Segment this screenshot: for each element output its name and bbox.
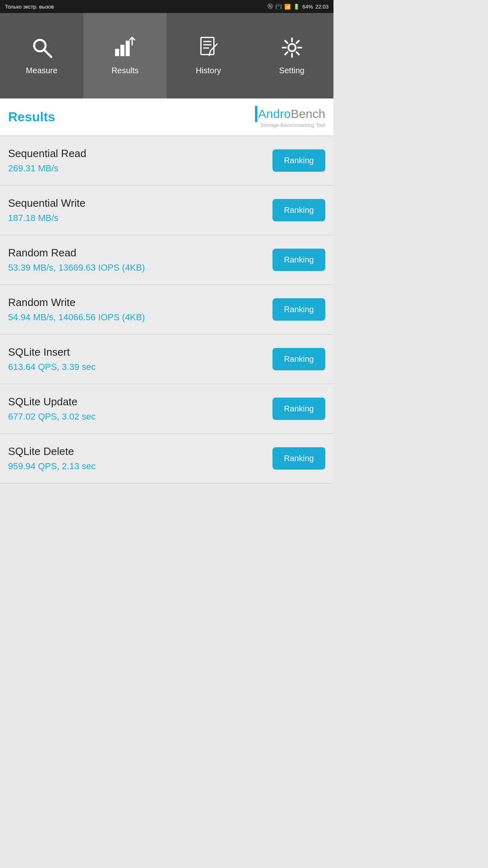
benchmark-value-sqlite-update: 677.02 QPS, 3.02 sec — [8, 411, 272, 422]
brand-name: AndroBench — [258, 107, 325, 121]
ranking-button-sqlite-delete[interactable]: Ranking — [272, 447, 325, 470]
history-label: History — [196, 66, 221, 75]
benchmark-info-rand-write: Random Write 54.94 MB/s, 14066.56 IOPS (… — [8, 296, 272, 323]
benchmark-info-rand-read: Random Read 53.39 MB/s, 13669.63 IOPS (4… — [8, 247, 272, 273]
svg-line-1 — [44, 50, 51, 57]
vibrate-icon: 📳 — [275, 4, 282, 10]
benchmark-row-sqlite-update: SQLite Update 677.02 QPS, 3.02 sec Ranki… — [0, 384, 333, 434]
benchmark-value-sqlite-insert: 613.64 QPS, 3.39 sec — [8, 362, 272, 372]
svg-rect-3 — [120, 45, 124, 56]
svg-rect-2 — [115, 49, 119, 56]
ranking-button-sqlite-insert[interactable]: Ranking — [272, 348, 325, 370]
benchmark-name-sqlite-delete: SQLite Delete — [8, 445, 272, 458]
benchmark-value-rand-read: 53.39 MB/s, 13669.63 IOPS (4KB) — [8, 262, 272, 273]
results-header: Results AndroBench Storage Benchmarking … — [0, 98, 333, 136]
results-icon — [114, 37, 136, 62]
benchmark-value-seq-write: 187.18 MB/s — [8, 213, 272, 223]
ranking-button-seq-read[interactable]: Ranking — [272, 149, 325, 172]
benchmark-row-sqlite-delete: SQLite Delete 959.94 QPS, 2.13 sec Ranki… — [0, 434, 333, 483]
setting-icon — [281, 37, 303, 62]
benchmark-name-sqlite-update: SQLite Update — [8, 396, 272, 408]
brand-logo: AndroBench Storage Benchmarking Tool — [255, 106, 325, 128]
benchmark-row-sqlite-insert: SQLite Insert 613.64 QPS, 3.39 sec Ranki… — [0, 335, 333, 384]
benchmark-info-seq-write: Sequential Write 187.18 MB/s — [8, 197, 272, 223]
setting-label: Setting — [279, 66, 304, 75]
benchmark-value-rand-write: 54.94 MB/s, 14066.56 IOPS (4KB) — [8, 312, 272, 323]
svg-line-17 — [285, 41, 288, 43]
benchmark-info-sqlite-update: SQLite Update 677.02 QPS, 3.02 sec — [8, 396, 272, 422]
svg-rect-6 — [201, 37, 214, 55]
status-bar: Только экстр. вызов Ⓝ 📳 📶 🔋 64% 22:03 — [0, 0, 333, 13]
time-display: 22:03 — [315, 4, 329, 10]
nfc-icon: Ⓝ — [268, 3, 273, 10]
wifi-icon: 📶 — [284, 4, 291, 10]
status-carrier: Только экстр. вызов — [5, 4, 54, 10]
battery-percent: 64% — [302, 4, 313, 10]
svg-point-12 — [288, 44, 296, 51]
benchmark-name-seq-write: Sequential Write — [8, 197, 272, 210]
svg-line-18 — [296, 52, 299, 55]
benchmark-name-rand-read: Random Read — [8, 247, 272, 259]
benchmark-info-seq-read: Sequential Read 269.31 MB/s — [8, 147, 272, 174]
measure-label: Measure — [26, 66, 58, 75]
benchmark-row-seq-read: Sequential Read 269.31 MB/s Ranking — [0, 136, 333, 186]
ranking-button-sqlite-update[interactable]: Ranking — [272, 398, 325, 420]
status-icons: Ⓝ 📳 📶 🔋 64% 22:03 — [268, 3, 329, 10]
tab-measure[interactable]: Measure — [0, 13, 83, 98]
nav-tabs: Measure Results — [0, 13, 333, 98]
page-title: Results — [8, 109, 55, 125]
benchmark-value-sqlite-delete: 959.94 QPS, 2.13 sec — [8, 461, 272, 472]
results-label: Results — [111, 66, 139, 75]
battery-icon: 🔋 — [293, 4, 300, 10]
benchmark-row-seq-write: Sequential Write 187.18 MB/s Ranking — [0, 186, 333, 235]
benchmark-row-rand-write: Random Write 54.94 MB/s, 14066.56 IOPS (… — [0, 285, 333, 335]
ranking-button-seq-write[interactable]: Ranking — [272, 199, 325, 221]
benchmark-name-sqlite-insert: SQLite Insert — [8, 346, 272, 359]
benchmark-name-seq-read: Sequential Read — [8, 147, 272, 160]
brand-accent — [255, 106, 257, 122]
benchmark-name-rand-write: Random Write — [8, 296, 272, 309]
ranking-button-rand-read[interactable]: Ranking — [272, 249, 325, 271]
brand-tagline: Storage Benchmarking Tool — [261, 122, 325, 128]
benchmark-info-sqlite-insert: SQLite Insert 613.64 QPS, 3.39 sec — [8, 346, 272, 372]
tab-history[interactable]: History — [167, 13, 250, 98]
benchmark-list: Sequential Read 269.31 MB/s Ranking Sequ… — [0, 136, 333, 483]
history-icon — [198, 37, 220, 62]
svg-line-20 — [285, 52, 288, 55]
benchmark-row-rand-read: Random Read 53.39 MB/s, 13669.63 IOPS (4… — [0, 235, 333, 285]
benchmark-value-seq-read: 269.31 MB/s — [8, 163, 272, 174]
measure-icon — [31, 37, 53, 62]
svg-rect-4 — [126, 41, 130, 56]
benchmark-info-sqlite-delete: SQLite Delete 959.94 QPS, 2.13 sec — [8, 445, 272, 472]
tab-setting[interactable]: Setting — [250, 13, 333, 98]
tab-results[interactable]: Results — [83, 13, 167, 98]
svg-line-19 — [296, 41, 299, 43]
ranking-button-rand-write[interactable]: Ranking — [272, 298, 325, 321]
